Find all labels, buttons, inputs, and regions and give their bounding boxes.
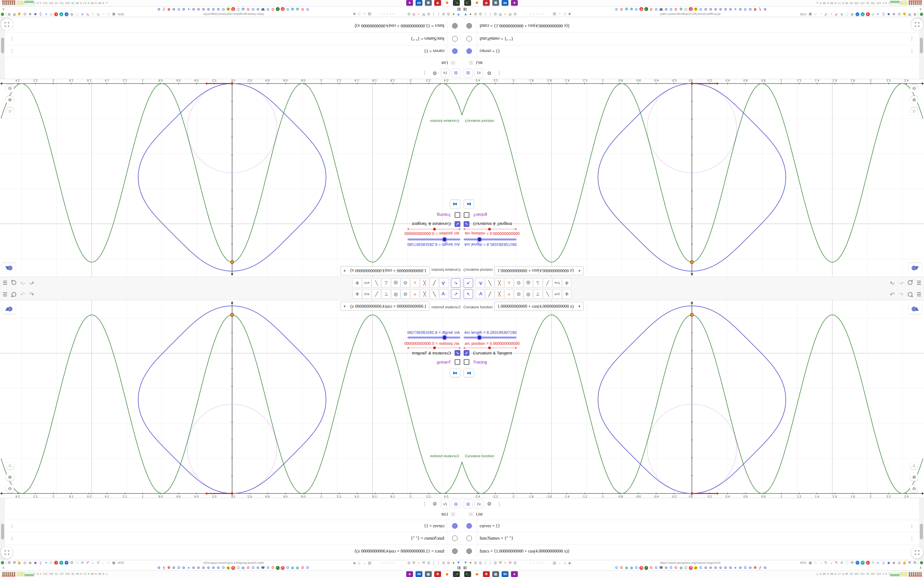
tab-favicon[interactable]: G [305,7,310,11]
move-tool[interactable]: ↖ [451,278,460,288]
tab-favicon[interactable]: G [300,7,305,11]
algebra-row-funcs[interactable]: funcs = {1.00000000000 + cos(4.000000000… [462,19,924,32]
redo-icon[interactable]: ↷ [20,280,25,285]
ring-icon[interactable]: ○ [381,13,382,16]
clipboard-extension-icon[interactable]: ◻ [74,12,80,16]
profile-avatar[interactable] [920,13,923,16]
function-dropdown[interactable]: 1.000000000000 + cos(4.000000000000 x) ▼ [341,302,430,311]
tab-favicon[interactable]: ✿ [206,566,211,570]
trash-extension-icon[interactable]: ♲ [48,561,53,565]
forward-icon[interactable]: → [818,561,823,565]
polygon-tool[interactable]: ▲ [504,278,514,288]
tab-favicon[interactable]: G [649,7,654,11]
globe-extension-icon[interactable]: ◍ [22,561,27,565]
visibility-circle[interactable] [467,48,472,54]
forward-icon[interactable]: → [101,561,106,565]
redo-icon[interactable]: ↷ [20,292,25,297]
chevron-down-icon[interactable]: ▼ [578,305,581,308]
search-icon[interactable] [908,292,913,297]
undo-icon[interactable]: ↶ [29,292,34,297]
row-kebab-icon[interactable]: ⋮ [910,536,914,541]
sync-extension-icon[interactable]: ↺ [60,561,63,565]
tab-favicon[interactable]: ✓ [645,7,648,11]
sync-extension-icon[interactable]: ↺ [60,12,63,16]
tab-favicon[interactable]: ● [186,7,191,11]
collapse-icon[interactable]: − [451,61,456,65]
perpendicular-line-tool[interactable]: ╳ [495,278,504,288]
settings-app-icon[interactable]: ⚙ [483,0,490,6]
circle-tool[interactable]: ⊙ [401,278,410,288]
globe-extension-icon[interactable]: ◍ [22,12,27,16]
shield-extension-icon[interactable]: ◆ [891,12,897,16]
tab-favicon[interactable]: ▰ [226,566,230,570]
arc-position-slider-handle[interactable] [488,228,491,230]
fullscreen-button[interactable] [911,18,923,31]
tracing-checkbox[interactable] [464,212,469,218]
tab-favicon[interactable]: G [654,7,659,11]
tab-favicon[interactable]: G [634,7,639,11]
page-zoom-level[interactable]: 81% [800,561,806,564]
tab-favicon[interactable]: ✿ [748,566,753,570]
tab-favicon[interactable]: G [619,566,624,570]
shield-icon[interactable]: ◇ [358,12,360,16]
move-graphics-tool[interactable]: ✛ [352,278,362,288]
perpendicular-line-tool[interactable]: ╳ [420,289,429,299]
browser-menu-kebab-icon[interactable]: ⋮ [916,12,919,16]
monitor-app-icon[interactable]: ▣ [425,0,432,6]
move-graphics-tool[interactable]: ✛ [352,289,362,299]
tab-favicon[interactable]: ✿ [196,7,201,11]
forward-icon[interactable]: → [818,12,823,16]
point-tool[interactable]: ∙A [439,289,449,299]
arc-position-slider[interactable] [464,348,517,348]
shield-extension-icon[interactable]: ◆ [886,561,891,565]
tools-extension-icon[interactable]: ⚒ [907,12,912,16]
tab-favicon[interactable]: Я [281,7,284,11]
visibility-circle[interactable] [467,523,472,529]
tab-favicon[interactable]: G [698,566,703,570]
downloads-icon[interactable]: ↓ [90,12,95,16]
arc-length-slider-handle[interactable] [442,237,447,242]
chevron-up-icon[interactable]: ∧ [816,2,818,5]
tab-favicon[interactable]: G [674,566,678,570]
curvature-tangent-checkbox[interactable]: ✓ [464,350,469,356]
shield-icon[interactable]: ◇ [564,12,566,16]
arc-position-slider[interactable] [407,348,460,348]
graphics-stylebar-button[interactable]: ≡ [909,263,922,273]
gear-extension-icon[interactable]: ⚙ [850,561,855,565]
tab-favicon[interactable]: ✿ [664,7,669,11]
profile-avatar[interactable] [920,561,923,564]
collapse-icon[interactable]: − [468,61,473,65]
row-kebab-icon[interactable]: ⋮ [10,524,14,529]
tab-favicon[interactable]: ✿ [713,7,718,11]
globe-bookmark-icon[interactable]: ◍ [426,12,431,17]
clipboard-extension-icon[interactable]: ◻ [844,12,850,16]
algebra-row-funcnames[interactable]: funcNames = {" "} ⋮ [462,532,924,545]
ring-icon[interactable]: ○ [384,13,385,16]
tab-favicon[interactable]: W [659,566,664,570]
downloads-icon[interactable]: ↓ [829,12,834,16]
angle-tool[interactable]: ∠ [381,278,391,288]
function-dropdown[interactable]: 1.000000000000 + cos(4.000000000000 x) ▼ [494,266,583,275]
ring-icon[interactable]: ○ [393,13,394,16]
search-icon[interactable] [11,292,16,297]
tracing-checkbox[interactable] [455,359,460,365]
tab-favicon[interactable]: G [634,566,639,570]
globe-bookmark-icon[interactable]: ◍ [441,560,446,565]
line-tool[interactable]: ╱ [430,289,439,299]
tab-favicon[interactable]: G [674,7,678,11]
tab-favicon[interactable]: ● [733,566,738,570]
tab-favicon[interactable]: Я [640,566,643,570]
ring-icon[interactable]: ○ [533,13,534,16]
tab-favicon[interactable]: G [619,7,624,11]
arc-bookmark-icon[interactable]: ( [436,560,441,565]
floppy-app-icon[interactable]: 64 [415,0,422,6]
tab-favicon[interactable]: G [285,7,290,11]
tools-extension-icon[interactable]: ⚒ [12,561,17,565]
globe-extension-icon[interactable]: ◍ [897,12,902,16]
tab-favicon[interactable]: G [669,566,674,570]
tab-favicon[interactable]: ✿ [708,566,713,570]
phone-extension-icon[interactable]: ▯ [38,12,43,16]
tab-favicon[interactable]: ◍ [629,7,634,11]
translate-extension-icon[interactable]: A [839,12,844,16]
tab-favicon[interactable]: ✿ [728,566,733,570]
